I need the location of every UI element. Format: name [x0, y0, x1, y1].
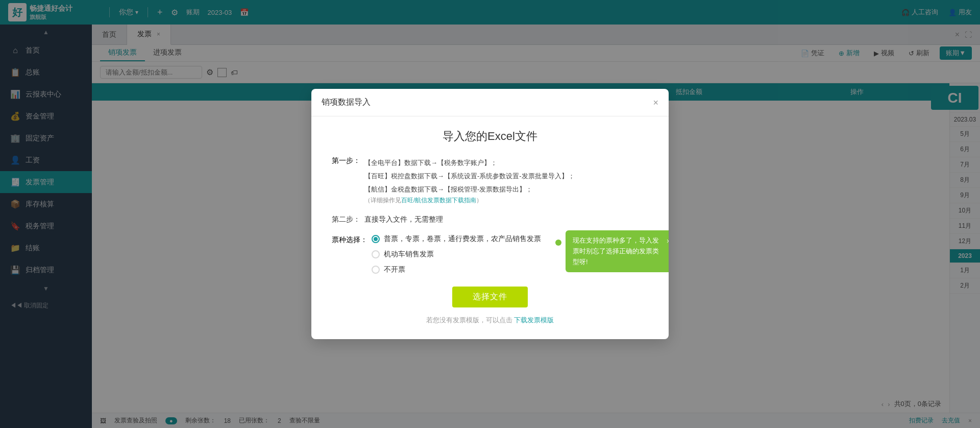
step1-content: 【全电平台】数据下载→【税务数字账户】； 【百旺】税控盘数据下载→【系统设置-系… — [364, 156, 575, 205]
radio-noticket[interactable]: 不开票 — [372, 265, 541, 274]
guide-link[interactable]: 百旺/航信发票数据下载指南 — [401, 197, 476, 204]
modal-title: 销项数据导入 — [322, 97, 371, 108]
radio-group: 普票，专票，卷票，通行费发票，农产品销售发票 机动车销售发票 不开票 — [372, 234, 541, 274]
ticket-label: 票种选择： — [332, 235, 368, 245]
radio-normal-circle — [372, 235, 380, 243]
radio-normal[interactable]: 普票，专票，卷票，通行费发票，农产品销售发票 — [372, 234, 541, 244]
radio-noticket-circle — [372, 266, 380, 274]
modal-footer: 若您没有发票模版，可以点击 下载发票模版 — [332, 316, 648, 325]
import-modal: 销项数据导入 × 导入您的Excel文件 第一步： 【全电平台】数据下载→【税务… — [311, 89, 669, 339]
modal-close-btn[interactable]: × — [653, 98, 658, 107]
modal-body: 导入您的Excel文件 第一步： 【全电平台】数据下载→【税务数字账户】； 【百… — [311, 116, 669, 339]
select-file-area: 选择文件 — [332, 287, 648, 307]
tooltip-dot — [555, 240, 561, 246]
step1-line1: 【全电平台】数据下载→【税务数字账户】； — [364, 156, 575, 170]
step2-label: 第二步： — [332, 215, 360, 224]
step1-line2: 【百旺】税控盘数据下载→【系统设置-系统参数设置-发票批量导入】； — [364, 170, 575, 183]
modal-header: 销项数据导入 × — [311, 89, 669, 116]
footer-prefix: 若您没有发票模版，可以点击 — [426, 316, 512, 324]
step1-line3: 【航信】金税盘数据下载→【报税管理-发票数据导出】； — [364, 183, 575, 196]
radio-motor[interactable]: 机动车销售发票 — [372, 250, 541, 259]
ticket-selection: 票种选择： 普票，专票，卷票，通行费发票，农产品销售发票 机动车销售发票 不开票 — [332, 234, 648, 274]
step1-guide-link-wrap: （详细操作见百旺/航信发票数据下载指南） — [364, 196, 575, 205]
select-file-btn[interactable]: 选择文件 — [452, 287, 528, 307]
radio-noticket-label: 不开票 — [384, 265, 405, 274]
modal-step1: 第一步： 【全电平台】数据下载→【税务数字账户】； 【百旺】税控盘数据下载→【系… — [332, 156, 648, 205]
download-template-link[interactable]: 下载发票模版 — [514, 316, 554, 324]
tooltip-area: × 现在支持的票种多了，导入发票时别忘了选择正确的发票类型呀! — [555, 235, 561, 246]
modal-step2: 第二步： 直接导入文件，无需整理 — [332, 215, 648, 224]
radio-normal-label: 普票，专票，卷票，通行费发票，农产品销售发票 — [384, 234, 541, 244]
tooltip-close-btn[interactable]: × — [667, 235, 669, 247]
tooltip-bubble: × 现在支持的票种多了，导入发票时别忘了选择正确的发票类型呀! — [566, 230, 669, 272]
radio-motor-label: 机动车销售发票 — [384, 250, 434, 259]
radio-motor-circle — [372, 250, 380, 258]
step2-text: 直接导入文件，无需整理 — [364, 215, 443, 224]
modal-big-title: 导入您的Excel文件 — [332, 129, 648, 144]
step1-label: 第一步： — [332, 156, 360, 205]
tooltip-text: 现在支持的票种多了，导入发票时别忘了选择正确的发票类型呀! — [573, 236, 659, 266]
modal-overlay: 销项数据导入 × 导入您的Excel文件 第一步： 【全电平台】数据下载→【税务… — [0, 0, 980, 428]
